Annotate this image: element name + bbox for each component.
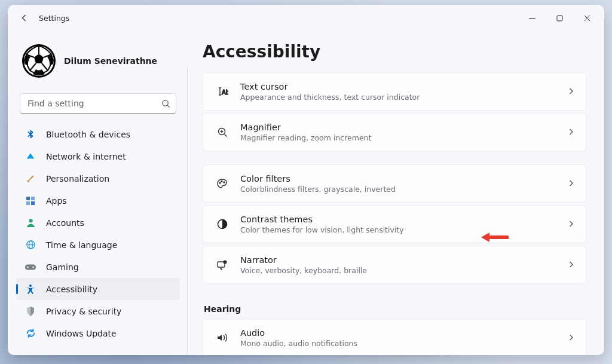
- avatar-soccer-icon: [22, 44, 56, 78]
- window-controls: [518, 8, 601, 27]
- card-color-filters[interactable]: Color filters Colorblindness filters, gr…: [203, 164, 586, 203]
- sidebar-item-label: Privacy & security: [46, 307, 121, 316]
- sidebar: Dilum Senevirathne Bluetooth & devicesNe…: [8, 31, 187, 355]
- card-desc: Mono audio, audio notifications: [240, 339, 567, 348]
- window-title: Settings: [39, 14, 69, 23]
- globe-icon: [25, 239, 36, 251]
- svg-point-19: [221, 181, 222, 182]
- card-magnifier[interactable]: Magnifier Magnifier reading, zoom increm…: [203, 113, 586, 151]
- card-title: Magnifier: [240, 123, 567, 132]
- sidebar-item-label: Accessibility: [46, 285, 97, 294]
- minimize-icon: [529, 15, 536, 22]
- chevron-right-icon: [567, 332, 575, 344]
- titlebar: Settings: [8, 5, 604, 31]
- sidebar-item-apps[interactable]: Apps: [16, 189, 180, 212]
- sidebar-item-privacy[interactable]: Privacy & security: [16, 300, 180, 322]
- palette-icon: [213, 178, 232, 189]
- sidebar-item-gaming[interactable]: Gaming: [16, 256, 180, 278]
- chevron-right-icon: [567, 86, 575, 97]
- sidebar-nav: Bluetooth & devicesNetwork & internetPer…: [16, 123, 180, 344]
- narrator-icon: [213, 259, 232, 270]
- hearing-cards: Audio Mono audio, audio notifications cc…: [203, 319, 586, 355]
- sidebar-item-network[interactable]: Network & internet: [16, 145, 180, 167]
- contrast-icon: [213, 219, 232, 230]
- svg-rect-7: [26, 201, 30, 205]
- chevron-right-icon: [567, 219, 575, 230]
- card-title: Audio: [240, 328, 567, 338]
- search-input[interactable]: [20, 99, 155, 108]
- card-text: Narrator Voice, verbosity, keyboard, bra…: [240, 255, 567, 275]
- cursor-icon: Ab: [213, 86, 232, 97]
- svg-point-23: [224, 261, 227, 264]
- settings-window: Settings: [8, 5, 604, 355]
- card-text: Text cursor Appearance and thickness, te…: [240, 82, 567, 102]
- svg-point-13: [27, 266, 28, 267]
- bluetooth-icon: [25, 129, 36, 140]
- card-title: Text cursor: [240, 82, 567, 91]
- close-icon: [584, 15, 590, 22]
- card-text: Contrast themes Color themes for low vis…: [240, 215, 567, 234]
- card-text-cursor[interactable]: Ab Text cursor Appearance and thickness,…: [203, 72, 586, 111]
- card-desc: Voice, verbosity, keyboard, braille: [240, 266, 567, 275]
- svg-text:Ab: Ab: [222, 89, 228, 96]
- svg-rect-6: [31, 197, 35, 200]
- scroll-edge: [187, 67, 188, 355]
- chevron-right-icon: [567, 259, 575, 271]
- card-audio[interactable]: Audio Mono audio, audio notifications: [203, 319, 586, 355]
- card-title: Color filters: [240, 174, 567, 183]
- update-icon: [25, 328, 36, 339]
- person-icon: [25, 217, 36, 229]
- sidebar-item-label: Network & internet: [46, 152, 126, 161]
- svg-point-20: [224, 182, 225, 183]
- sidebar-item-personalization[interactable]: Personalization: [16, 167, 180, 189]
- card-desc: Color themes for low vision, light sensi…: [240, 225, 567, 234]
- card-narrator[interactable]: Narrator Voice, verbosity, keyboard, bra…: [203, 246, 586, 284]
- apps-icon: [25, 195, 36, 207]
- maximize-button[interactable]: [546, 8, 573, 27]
- sidebar-item-accounts[interactable]: Accounts: [16, 212, 180, 234]
- sidebar-item-bluetooth[interactable]: Bluetooth & devices: [16, 123, 180, 145]
- sidebar-item-label: Gaming: [46, 262, 79, 272]
- sidebar-item-label: Personalization: [46, 174, 109, 183]
- svg-rect-0: [557, 16, 562, 21]
- sidebar-item-accessibility[interactable]: Accessibility: [16, 278, 180, 300]
- wifi-icon: [25, 151, 36, 163]
- maximize-icon: [556, 15, 563, 22]
- card-contrast[interactable]: Contrast themes Color themes for low vis…: [203, 205, 586, 243]
- brush-icon: [25, 173, 36, 185]
- card-text: Magnifier Magnifier reading, zoom increm…: [240, 123, 567, 142]
- svg-point-14: [32, 266, 33, 267]
- svg-rect-8: [31, 201, 35, 205]
- card-text: Audio Mono audio, audio notifications: [240, 328, 567, 348]
- svg-point-3: [162, 100, 167, 105]
- svg-rect-5: [26, 197, 30, 200]
- sidebar-item-label: Windows Update: [46, 329, 117, 338]
- back-arrow-icon: [20, 13, 29, 23]
- search-box[interactable]: [20, 93, 176, 114]
- vision-cards: Ab Text cursor Appearance and thickness,…: [203, 72, 586, 295]
- shield-icon: [25, 305, 36, 317]
- sidebar-item-label: Time & language: [46, 240, 117, 250]
- main-panel: Accessibility Ab Text cursor Appearance …: [187, 31, 604, 355]
- svg-point-9: [29, 219, 32, 222]
- avatar: [22, 44, 56, 78]
- content-area: Dilum Senevirathne Bluetooth & devicesNe…: [8, 31, 604, 355]
- close-button[interactable]: [573, 8, 601, 27]
- gamepad-icon: [25, 261, 36, 273]
- sidebar-item-label: Apps: [46, 196, 67, 206]
- page-title: Accessibility: [203, 42, 586, 62]
- sidebar-item-label: Accounts: [46, 218, 84, 228]
- minimize-button[interactable]: [518, 8, 546, 27]
- chevron-right-icon: [567, 178, 575, 189]
- card-desc: Colorblindness filters, grayscale, inver…: [240, 185, 567, 194]
- card-title: Contrast themes: [240, 215, 567, 224]
- svg-rect-12: [25, 264, 36, 270]
- back-button[interactable]: [14, 7, 35, 29]
- card-desc: Appearance and thickness, text cursor in…: [240, 93, 567, 102]
- card-desc: Magnifier reading, zoom increment: [240, 133, 567, 142]
- svg-point-4: [30, 158, 31, 159]
- sidebar-item-time[interactable]: Time & language: [16, 234, 180, 256]
- sidebar-item-update[interactable]: Windows Update: [16, 322, 180, 344]
- profile-block[interactable]: Dilum Senevirathne: [16, 36, 180, 88]
- accessibility-icon: [25, 283, 36, 295]
